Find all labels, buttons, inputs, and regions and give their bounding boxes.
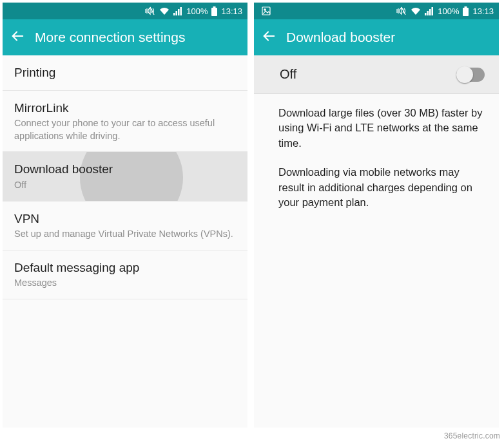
back-icon[interactable] <box>262 29 276 46</box>
svg-rect-1 <box>173 13 175 15</box>
status-bar: 100% 13:13 <box>3 3 247 19</box>
vibrate-mute-icon <box>145 6 155 15</box>
item-label: Default messaging app <box>14 259 236 276</box>
item-label: MirrorLink <box>14 100 236 117</box>
status-bar: 100% 13:13 <box>254 3 499 19</box>
switch-thumb <box>456 66 473 83</box>
app-bar: Download booster <box>254 19 499 55</box>
item-label: Download booster <box>14 161 236 178</box>
svg-rect-12 <box>427 11 429 15</box>
item-default-messaging-app[interactable]: Default messaging app Messages <box>3 250 247 299</box>
item-sub: Off <box>14 179 236 192</box>
screen-download-booster: 100% 13:13 Download booster Off Download… <box>254 3 499 428</box>
description-text: Download large files (over 30 MB) faster… <box>254 94 499 225</box>
svg-rect-16 <box>465 6 467 8</box>
item-sub: Messages <box>14 277 236 290</box>
settings-list: Printing MirrorLink Connect your phone t… <box>3 55 247 428</box>
clock: 13:13 <box>472 6 494 16</box>
screen-more-connection-settings: 100% 13:13 More connection settings Prin… <box>3 3 247 428</box>
svg-rect-6 <box>213 6 216 8</box>
svg-rect-5 <box>211 8 217 16</box>
wifi-icon <box>411 7 421 15</box>
svg-rect-15 <box>463 8 469 16</box>
toggle-label: Off <box>280 67 296 82</box>
watermark: 365electric.com <box>444 431 500 440</box>
battery-icon <box>463 6 469 16</box>
item-label: VPN <box>14 211 236 227</box>
svg-rect-4 <box>180 7 182 15</box>
svg-point-9 <box>264 9 266 10</box>
image-notification-icon <box>262 6 271 15</box>
svg-rect-11 <box>425 13 427 15</box>
page-title: More connection settings <box>35 30 185 45</box>
item-printing[interactable]: Printing <box>3 55 247 91</box>
vibrate-mute-icon <box>396 6 407 15</box>
battery-icon <box>211 6 217 16</box>
description-paragraph: Download large files (over 30 MB) faster… <box>278 106 483 151</box>
svg-rect-14 <box>432 7 434 15</box>
description-paragraph: Downloading via mobile networks may resu… <box>278 165 483 210</box>
item-label: Printing <box>14 64 236 81</box>
page-title: Download booster <box>286 30 395 45</box>
toggle-switch[interactable] <box>456 68 485 82</box>
item-vpn[interactable]: VPN Set up and manage Virtual Private Ne… <box>3 202 247 250</box>
item-sub: Connect your phone to your car to access… <box>14 117 236 142</box>
wifi-icon <box>159 7 170 15</box>
svg-rect-13 <box>429 9 431 15</box>
signal-icon <box>425 7 434 15</box>
svg-rect-3 <box>178 9 180 15</box>
clock: 13:13 <box>221 6 242 16</box>
item-download-booster[interactable]: Download booster Off <box>3 152 247 201</box>
app-bar: More connection settings <box>3 19 247 55</box>
item-sub: Set up and manage Virtual Private Networ… <box>14 228 236 241</box>
master-toggle-row[interactable]: Off <box>254 55 499 94</box>
item-mirrorlink[interactable]: MirrorLink Connect your phone to your ca… <box>3 91 247 153</box>
svg-rect-2 <box>176 11 178 15</box>
signal-icon <box>173 7 182 15</box>
battery-percent: 100% <box>438 6 459 16</box>
battery-percent: 100% <box>186 6 208 16</box>
back-icon[interactable] <box>10 29 24 46</box>
